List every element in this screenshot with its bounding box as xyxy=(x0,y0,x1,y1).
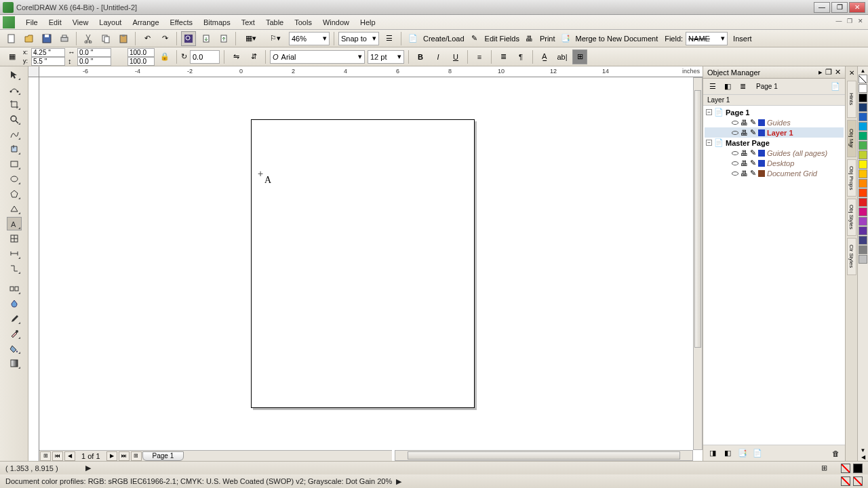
page-prev-button[interactable]: ◀ xyxy=(64,451,75,461)
page-tab-1[interactable]: Page 1 xyxy=(142,451,184,461)
editable-docgrid-icon[interactable]: ✎ xyxy=(750,169,756,178)
paste-button[interactable] xyxy=(116,31,131,46)
connector-tool[interactable] xyxy=(7,262,22,275)
cut-button[interactable] xyxy=(81,31,96,46)
printable-desktop-icon[interactable]: 🖶 xyxy=(741,159,748,167)
minimize-button[interactable]: — xyxy=(814,2,830,13)
om-btn2[interactable]: ◧ xyxy=(721,447,734,460)
om-new-layer-button[interactable]: 📄 xyxy=(829,80,842,94)
visibility-docgrid[interactable] xyxy=(732,171,738,176)
visibility-guides[interactable] xyxy=(732,121,738,125)
grid-origin-button[interactable]: ▦ xyxy=(4,49,20,65)
menu-text[interactable]: Text xyxy=(236,17,260,28)
palette-up-button[interactable]: ▲ xyxy=(859,68,867,75)
color-swatch-6[interactable] xyxy=(859,141,867,150)
undo-button[interactable]: ↶ xyxy=(140,31,155,46)
merge-print-icon[interactable]: 🖶 xyxy=(522,31,537,46)
eyedropper-tool[interactable] xyxy=(7,312,22,325)
y-coord-input[interactable] xyxy=(31,57,65,66)
page-add2-button[interactable]: ⊞ xyxy=(131,451,142,461)
fill-tool[interactable] xyxy=(7,342,22,355)
crop-tool[interactable] xyxy=(7,98,22,111)
tree-master[interactable]: Master Page xyxy=(726,139,770,147)
x-coord-input[interactable] xyxy=(31,48,65,57)
color-docgrid[interactable] xyxy=(758,170,765,177)
page-add-button[interactable]: ⊞ xyxy=(40,451,51,461)
alignment-button[interactable]: ≡ xyxy=(472,49,487,64)
zoom-tool[interactable] xyxy=(7,113,22,126)
page-last-button[interactable]: ⏭ xyxy=(119,451,130,461)
color-swatch-1[interactable] xyxy=(859,94,867,102)
doc-close-button[interactable]: ✕ xyxy=(856,18,865,27)
char-format-button[interactable]: A̲ xyxy=(537,49,552,64)
font-family-dropdown[interactable]: OArial▾ xyxy=(270,50,365,64)
export-button[interactable] xyxy=(216,31,231,46)
color-swatch-3[interactable] xyxy=(859,113,867,121)
color-swatch-8[interactable] xyxy=(859,160,867,169)
text-tool[interactable]: A xyxy=(7,217,22,230)
print-button[interactable] xyxy=(57,31,72,46)
freehand-tool[interactable] xyxy=(7,127,22,141)
options-button[interactable]: ☰ xyxy=(382,31,397,46)
color-layer1[interactable] xyxy=(758,129,765,136)
vtab-hints[interactable]: Hints xyxy=(847,81,856,118)
polygon-tool[interactable] xyxy=(7,187,22,201)
table-tool[interactable] xyxy=(7,232,22,245)
text-options-button[interactable]: ⊞ xyxy=(572,49,587,64)
bold-button[interactable]: B xyxy=(413,49,428,64)
color-guides[interactable] xyxy=(758,119,765,126)
editable-guidesall-icon[interactable]: ✎ xyxy=(750,148,756,157)
color-swatch-10[interactable] xyxy=(859,179,867,188)
color-swatch-16[interactable] xyxy=(859,236,867,245)
doc-restore-button[interactable]: ❐ xyxy=(845,18,854,27)
color-swatch-12[interactable] xyxy=(859,198,867,207)
expand-page1[interactable]: − xyxy=(706,109,712,115)
rectangle-tool[interactable] xyxy=(7,157,22,171)
menu-arrange[interactable]: Arrange xyxy=(127,17,164,28)
snap-to-dropdown[interactable]: Snap to▾ xyxy=(338,32,379,45)
visibility-layer1[interactable] xyxy=(732,131,738,135)
canvas[interactable]: A xyxy=(39,77,693,450)
merge-label[interactable]: Merge to New Document xyxy=(576,35,658,43)
editfields-icon[interactable]: ✎ xyxy=(467,31,482,46)
createload-label[interactable]: Create/Load xyxy=(423,35,465,43)
redo-button[interactable]: ↷ xyxy=(157,31,172,46)
color-swatch-11[interactable] xyxy=(859,188,867,197)
outline-indicator-2[interactable] xyxy=(853,476,863,486)
width-input[interactable] xyxy=(77,48,111,57)
italic-button[interactable]: I xyxy=(431,49,446,64)
om-delete-button[interactable]: 🗑 xyxy=(829,447,842,460)
menu-edit[interactable]: Edit xyxy=(43,17,67,28)
visibility-guides-all[interactable] xyxy=(732,151,738,155)
color-swatch-0[interactable] xyxy=(859,84,867,93)
docker-close-button[interactable]: ✕ xyxy=(835,68,841,77)
vtab-obj-styles[interactable]: Obj Styles xyxy=(847,199,856,236)
shape-tool[interactable] xyxy=(7,83,22,96)
transparency-tool[interactable] xyxy=(7,297,22,310)
fill-indicator[interactable] xyxy=(841,464,850,473)
printable-layer1-icon[interactable]: 🖶 xyxy=(741,129,748,137)
pick-tool[interactable] xyxy=(7,68,22,81)
field-dropdown[interactable]: NAME▾ xyxy=(686,32,728,45)
no-color-swatch[interactable] xyxy=(859,75,867,83)
docker-collapse-button[interactable]: ▸ xyxy=(818,68,823,77)
new-button[interactable] xyxy=(4,31,19,46)
corel-icon[interactable] xyxy=(3,16,15,28)
font-size-dropdown[interactable]: 12 pt▾ xyxy=(368,50,404,64)
tablet-icon[interactable]: ⊞ xyxy=(821,464,827,472)
color-swatch-13[interactable] xyxy=(859,207,867,216)
menu-effects[interactable]: Effects xyxy=(165,17,198,28)
printable-docgrid-icon[interactable]: 🖶 xyxy=(741,169,748,178)
color-swatch-4[interactable] xyxy=(859,122,867,131)
app-launcher-button[interactable]: ▦▾ xyxy=(240,31,262,46)
scale-y-input[interactable] xyxy=(127,57,155,66)
color-swatch-2[interactable] xyxy=(859,103,867,112)
palette-down-button[interactable]: ▼ xyxy=(859,447,867,454)
color-swatch-17[interactable] xyxy=(859,245,867,254)
page-next-button[interactable]: ▶ xyxy=(106,451,117,461)
om-edit-layers-button[interactable]: ◧ xyxy=(721,80,734,94)
tree-desktop[interactable]: Desktop xyxy=(767,159,794,167)
scrollbar-horizontal[interactable] xyxy=(395,450,693,461)
tree-docgrid[interactable]: Document Grid xyxy=(767,169,817,178)
color-swatch-14[interactable] xyxy=(859,217,867,226)
